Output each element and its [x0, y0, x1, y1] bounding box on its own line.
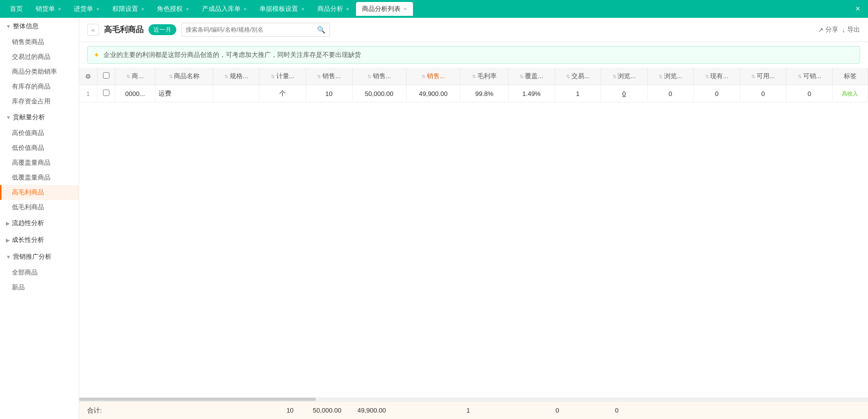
sidebar-item-high-value[interactable]: 高价值商品 — [0, 126, 79, 140]
tab-template[interactable]: 单据模板设置 × — [254, 2, 310, 16]
sidebar-item-all-goods[interactable]: 全部商品 — [0, 265, 79, 280]
tab-purchase[interactable]: 进货单 × — [68, 2, 105, 16]
tab-purchase-close[interactable]: × — [96, 6, 99, 12]
col-sales-profit[interactable]: 销售... — [406, 68, 460, 85]
tab-product-in-close[interactable]: × — [244, 6, 247, 12]
row-checkbox[interactable] — [103, 90, 109, 96]
sidebar-group-marketing[interactable]: ▼ 营销推广分析 — [0, 248, 79, 265]
export-button[interactable]: ↓ 导出 — [842, 25, 861, 34]
select-all-checkbox[interactable] — [103, 72, 109, 79]
filter-period-button[interactable]: 近一月 — [149, 24, 176, 35]
row-spec — [213, 85, 259, 102]
col-name[interactable]: 商品名称 — [155, 68, 213, 85]
share-button[interactable]: ↗ 分享 — [818, 25, 838, 34]
tab-sales-label: 销货单 — [36, 4, 55, 13]
sidebar-item-high-margin[interactable]: 高毛利商品 — [0, 185, 79, 200]
tab-auth-close[interactable]: × — [141, 6, 144, 12]
row-gross-margin: 99.8% — [460, 85, 509, 102]
sidebar-item-stock-capital[interactable]: 库存资金占用 — [0, 94, 79, 109]
sidebar-group-trend-label: 流趋性分析 — [12, 219, 44, 228]
sidebar-item-high-coverage[interactable]: 高覆盖量商品 — [0, 155, 79, 170]
row-sales-qty: 10 — [306, 85, 352, 102]
tab-home[interactable]: 首页 — [4, 2, 29, 16]
footer-sales-qty: 10 — [275, 407, 305, 414]
search-box: 🔍 — [181, 23, 330, 37]
row-sales-profit: 49,900.00 — [406, 85, 460, 102]
tab-auth[interactable]: 权限设置 × — [106, 2, 150, 16]
footer-sales-amount: 50,000.00 — [305, 407, 350, 414]
tab-auth-label: 权限设置 — [112, 4, 138, 13]
col-coverage[interactable]: 覆盖... — [509, 68, 555, 85]
sidebar-item-new-goods[interactable]: 新品 — [0, 280, 79, 295]
row-checkbox-cell[interactable] — [97, 85, 115, 102]
col-unit[interactable]: 计量... — [259, 68, 306, 85]
col-browse1[interactable]: 浏览... — [601, 68, 648, 85]
tab-sales-close[interactable]: × — [58, 6, 61, 12]
sidebar-group-contribution[interactable]: ▼ 贡献量分析 — [0, 109, 79, 126]
content-header: « 高毛利商品 近一月 🔍 ↗ 分享 ↓ 导出 — [79, 18, 868, 42]
sidebar-item-traded-goods[interactable]: 交易过的商品 — [0, 49, 79, 64]
sidebar-item-low-value[interactable]: 低价值商品 — [0, 140, 79, 155]
main-layout: ▼ 整体信息 销售类商品 交易过的商品 商品分类助销率 有库存的商品 库存资金占… — [0, 18, 868, 419]
col-stock-available[interactable]: 可用... — [740, 68, 786, 85]
tab-analysis-close[interactable]: × — [346, 6, 349, 12]
trend-arrow-icon: ▶ — [6, 221, 10, 226]
row-coverage: 1.49% — [509, 85, 555, 102]
row-tag: 高收入 — [832, 85, 868, 102]
col-code[interactable]: 商... — [115, 68, 155, 85]
tab-analysis[interactable]: 商品分析 × — [311, 2, 355, 16]
sidebar-group-contribution-label: 贡献量分析 — [13, 113, 45, 122]
search-icon[interactable]: 🔍 — [317, 26, 325, 34]
tab-role-close[interactable]: × — [186, 6, 189, 12]
header-actions: ↗ 分享 ↓ 导出 — [818, 25, 861, 34]
tab-role[interactable]: 角色授权 × — [151, 2, 195, 16]
row-unit: 个 — [259, 85, 306, 102]
sidebar-item-in-stock[interactable]: 有库存的商品 — [0, 79, 79, 94]
row-name[interactable]: 运费 — [155, 85, 213, 102]
marketing-arrow-icon: ▼ — [6, 254, 11, 260]
content-area: « 高毛利商品 近一月 🔍 ↗ 分享 ↓ 导出 ✦ 企业的主要 — [79, 18, 868, 419]
col-gross-margin[interactable]: 毛利率 — [460, 68, 509, 85]
row-code: 0000... — [115, 85, 155, 102]
col-spec[interactable]: 规格... — [213, 68, 259, 85]
tab-analysis-list-close[interactable]: × — [404, 6, 407, 12]
col-stock-current[interactable]: 现有... — [694, 68, 740, 85]
tab-analysis-list[interactable]: 商品分析列表 × — [356, 2, 412, 16]
row-browse1[interactable]: 0 — [601, 85, 648, 102]
row-stock-current: 0 — [694, 85, 740, 102]
col-stock-sellable[interactable]: 可销... — [786, 68, 833, 85]
scrollbar-track[interactable] — [79, 397, 868, 401]
footer-label: 合计: — [87, 406, 106, 415]
table-row: 1 0000... 运费 个 10 50,000.00 49,900.00 99… — [79, 85, 868, 102]
tab-template-close[interactable]: × — [301, 6, 304, 12]
col-sales-amount[interactable]: 销售... — [352, 68, 406, 85]
sidebar-group-growth[interactable]: ▶ 成长性分析 — [0, 232, 79, 248]
scrollbar-thumb[interactable] — [79, 398, 316, 401]
col-sales-qty[interactable]: 销售... — [306, 68, 352, 85]
share-icon: ↗ — [818, 26, 823, 34]
tab-sales[interactable]: 销货单 × — [30, 2, 67, 16]
sidebar-group-overall[interactable]: ▼ 整体信息 — [0, 18, 79, 35]
tab-product-in[interactable]: 产成品入库单 × — [196, 2, 253, 16]
window-close-button[interactable]: × — [852, 4, 864, 13]
row-num: 1 — [79, 85, 97, 102]
tab-template-label: 单据模板设置 — [259, 4, 298, 13]
sidebar-item-low-margin[interactable]: 低毛利商品 — [0, 200, 79, 215]
col-tag: 标签 — [832, 68, 868, 85]
row-stock-available: 0 — [740, 85, 786, 102]
col-checkbox[interactable] — [97, 68, 115, 85]
sidebar-collapse-button[interactable]: « — [87, 24, 99, 36]
search-input[interactable] — [186, 26, 317, 33]
col-transactions[interactable]: 交易... — [555, 68, 601, 85]
sidebar-item-low-coverage[interactable]: 低覆盖量商品 — [0, 170, 79, 185]
row-stock-sellable: 0 — [786, 85, 833, 102]
sidebar-group-overall-label: 整体信息 — [13, 22, 39, 31]
sidebar-group-growth-label: 成长性分析 — [12, 235, 44, 244]
table-container[interactable]: ⚙ 商... 商品名称 规格... 计量... 销售... 销售... 销售..… — [79, 68, 868, 419]
col-browse2[interactable]: 浏览... — [647, 68, 694, 85]
col-settings[interactable]: ⚙ — [79, 68, 97, 85]
sidebar-item-category-rate[interactable]: 商品分类助销率 — [0, 64, 79, 79]
sidebar-item-sales-goods[interactable]: 销售类商品 — [0, 35, 79, 49]
footer-summary: 合计: 10 50,000.00 49,900.00 1 0 0 — [79, 401, 868, 419]
sidebar-group-trend[interactable]: ▶ 流趋性分析 — [0, 215, 79, 232]
